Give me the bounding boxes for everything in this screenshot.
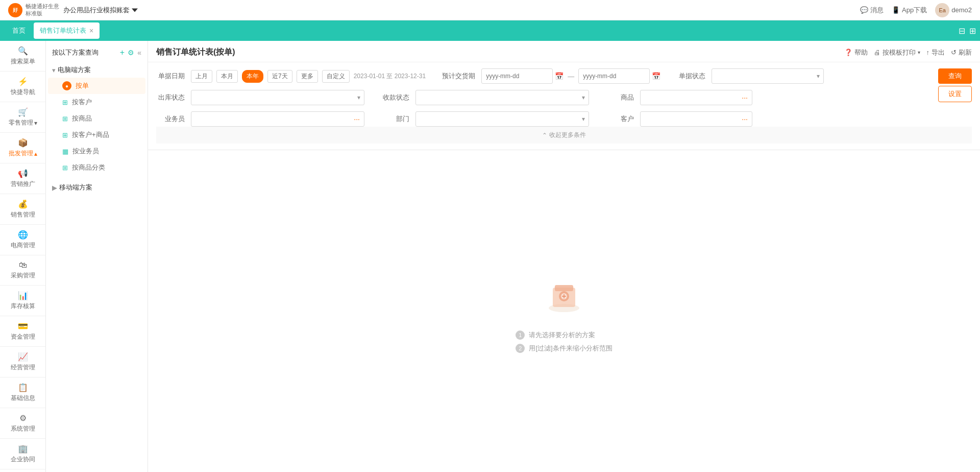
filter-row-2: 出库状态 ▾ 收款状态 <box>156 90 930 105</box>
add-scheme-btn[interactable]: + <box>120 48 125 57</box>
out-status-select[interactable] <box>191 90 364 105</box>
this-year-btn[interactable]: 本年 <box>242 70 263 83</box>
sidebar-item-enterprise[interactable]: 🏢 企业协同 <box>0 439 45 469</box>
sidebar-item-wholesale[interactable]: 📦 批发管理 ▴ <box>0 133 45 163</box>
settings-scheme-btn[interactable]: ⚙ <box>128 49 134 57</box>
dept-select[interactable] <box>415 111 589 127</box>
customer-dots-icon[interactable]: ··· <box>742 115 748 123</box>
sidebar-item-finance[interactable]: 💳 资金管理 <box>0 316 45 347</box>
status-select[interactable] <box>712 68 824 84</box>
export-btn[interactable]: ↑ 导出 <box>926 48 945 57</box>
sidebar-item-marketing[interactable]: 📢 营销推广 <box>0 163 45 194</box>
scheme-item-category[interactable]: ⊞ 按商品分类 <box>48 159 145 176</box>
filter-fields: 单据日期 上月 本月 本年 近7天 更多 自定义 2023-01-01 至 20… <box>156 68 930 127</box>
purchase-icon: 🛍 <box>19 261 27 270</box>
tab-close-icon[interactable]: × <box>89 27 93 35</box>
print-btn[interactable]: 🖨 按模板打印 ▾ <box>874 48 920 57</box>
this-month-btn[interactable]: 本月 <box>216 70 238 83</box>
predict-date-start[interactable] <box>481 68 553 84</box>
chevron-down-icon <box>132 7 138 13</box>
chevron-up-icon: ▴ <box>34 150 37 157</box>
workspace-selector[interactable]: 办公用品行业模拟账套 <box>63 6 138 15</box>
salesman-dots-icon[interactable]: ··· <box>354 115 360 123</box>
page-actions: ❓ 帮助 🖨 按模板打印 ▾ ↑ 导出 ↺ 刷新 <box>844 48 972 57</box>
tab-active[interactable]: 销售订单统计表 × <box>34 22 100 39</box>
last-month-btn[interactable]: 上月 <box>191 70 212 83</box>
sidebar-item-basics[interactable]: 📋 基础信息 <box>0 377 45 408</box>
salesman-input[interactable]: ··· <box>191 111 364 127</box>
main-content: 销售订单统计表(按单) ❓ 帮助 🖨 按模板打印 ▾ ↑ 导出 <box>148 41 980 472</box>
tab-bar-actions: ⊟ ⊞ <box>959 26 976 36</box>
predict-date-end[interactable] <box>578 68 650 84</box>
sidebar-item-retail[interactable]: 🛒 零售管理 ▾ <box>0 102 45 133</box>
maximize-icon[interactable]: ⊞ <box>969 26 976 36</box>
settings-button[interactable]: 设置 <box>938 86 972 102</box>
query-button[interactable]: 查询 <box>938 68 972 84</box>
sidebar-item-purchase[interactable]: 🛍 采购管理 <box>0 255 45 286</box>
date-dash: — <box>566 73 576 80</box>
scheme-item-customer[interactable]: ⊞ 按客户 <box>48 94 145 110</box>
sidebar-item-inventory[interactable]: 📊 库存核算 <box>0 286 45 316</box>
goods-input[interactable]: ··· <box>640 90 752 105</box>
goods-dots-icon[interactable]: ··· <box>742 93 748 102</box>
marketing-icon: 📢 <box>18 169 28 178</box>
chevron-right-icon: ▶ <box>52 184 57 192</box>
page-header: 销售订单统计表(按单) ❓ 帮助 🖨 按模板打印 ▾ ↑ 导出 <box>148 41 980 62</box>
filter-row-3: 业务员 ··· 部门 ▾ 客户 <box>156 111 930 127</box>
calendar-icon-1[interactable]: 📅 <box>555 72 564 80</box>
scheme-item-customer-goods[interactable]: ⊞ 按客户+商品 <box>48 127 145 143</box>
scheme-item-order[interactable]: ● 按单 <box>48 78 145 94</box>
order-icon: ● <box>62 81 71 90</box>
status-label: 单据状态 <box>677 72 705 81</box>
export-icon: ↑ <box>926 49 930 56</box>
help-btn[interactable]: ❓ 帮助 <box>844 48 868 57</box>
logo-text: 畅捷通好生意 标准版 <box>26 3 59 16</box>
sidebar-item-ecommerce[interactable]: 🌐 电商管理 <box>0 225 45 255</box>
customer-input[interactable]: ··· <box>640 111 752 127</box>
tab-home[interactable]: 首页 <box>4 20 34 41</box>
sidebar-item-search[interactable]: 🔍 搜索菜单 <box>0 41 45 72</box>
more-btn[interactable]: 更多 <box>297 70 318 83</box>
sidebar-item-sales[interactable]: 💰 销售管理 <box>0 194 45 225</box>
mobile-group-header[interactable]: ▶ 移动端方案 <box>46 180 148 195</box>
empty-tip-1: 1 请先选择要分析的方案 <box>516 331 612 340</box>
retail-icon: 🛒 <box>18 107 28 117</box>
message-btn[interactable]: 💬 消息 <box>860 6 884 15</box>
date-label: 单据日期 <box>156 72 185 81</box>
sidebar-item-shortcut[interactable]: ⚡ 快捷导航 <box>0 72 45 102</box>
receive-status-select[interactable] <box>415 90 589 105</box>
custom-btn[interactable]: 自定义 <box>322 70 350 83</box>
date-range-text: 2023-01-01 至 2023-12-31 <box>354 72 426 81</box>
svg-rect-2 <box>555 285 573 291</box>
refresh-btn[interactable]: ↺ 刷新 <box>951 48 972 57</box>
sales-icon: 💰 <box>18 199 28 209</box>
receive-status-wrapper: ▾ <box>415 90 589 105</box>
last7d-btn[interactable]: 近7天 <box>267 70 292 83</box>
download-icon: 📱 <box>892 6 900 14</box>
customer-icon: ⊞ <box>62 99 68 106</box>
sidebar-item-guide[interactable]: 🆕 新手引导 <box>0 469 45 472</box>
minimize-icon[interactable]: ⊟ <box>959 26 965 36</box>
print-dropdown-icon: ▾ <box>918 50 920 55</box>
sidebar: 🔍 搜索菜单 ⚡ 快捷导航 🛒 零售管理 ▾ 📦 批发管理 ▴ 📢 营销推广 <box>0 41 46 472</box>
collapse-icon: ⌃ <box>542 132 547 139</box>
collapse-panel-btn[interactable]: « <box>137 49 141 57</box>
ecommerce-icon: 🌐 <box>18 230 28 240</box>
sidebar-item-system[interactable]: ⚙ 系统管理 <box>0 408 45 439</box>
logo-icon: 好 <box>8 3 22 17</box>
scheme-item-salesman[interactable]: ▦ 按业务员 <box>48 143 145 159</box>
predict-date-label: 预计交货期 <box>442 72 475 81</box>
chevron-down-icon: ▾ <box>52 66 56 74</box>
filter-collapse[interactable]: ⌃ 收起更多条件 <box>156 127 972 144</box>
system-icon: ⚙ <box>19 413 27 423</box>
search-icon: 🔍 <box>18 46 28 56</box>
download-btn[interactable]: 📱 App下载 <box>892 6 927 15</box>
operations-icon: 📈 <box>18 352 28 362</box>
collapse-btn[interactable]: ⌃ 收起更多条件 <box>542 131 586 139</box>
date-group: 上月 本月 本年 近7天 更多 自定义 2023-01-01 至 2023-12… <box>191 70 426 83</box>
pc-group-header[interactable]: ▾ 电脑端方案 <box>46 62 148 78</box>
scheme-item-goods[interactable]: ⊞ 按商品 <box>48 110 145 127</box>
user-area[interactable]: Ea demo2 <box>935 3 972 17</box>
sidebar-item-operations[interactable]: 📈 经营管理 <box>0 347 45 377</box>
calendar-icon-2[interactable]: 📅 <box>652 72 660 80</box>
